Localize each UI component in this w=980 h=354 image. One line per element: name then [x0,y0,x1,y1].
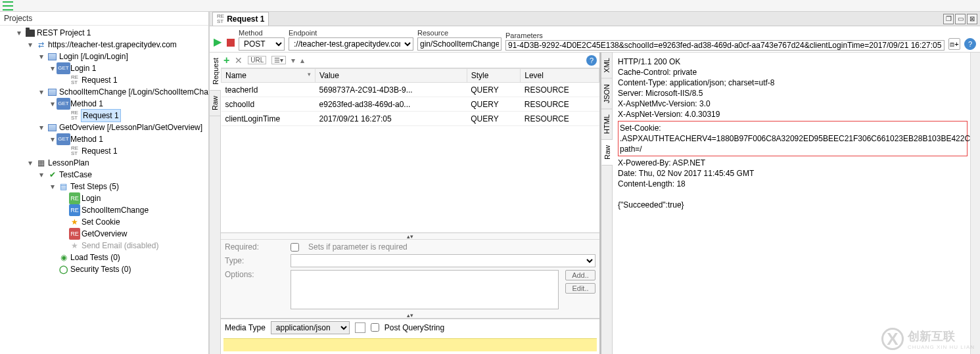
close-button[interactable]: ⊠ [967,14,977,24]
set-cookie-header: Set-Cookie: .ASPXAUTHTEACHERV4=1880B97F0… [618,121,968,156]
edit-button[interactable]: Edit.. [565,283,595,294]
collapse-icon[interactable]: ▾ [37,169,45,181]
add-row-button[interactable]: + [223,55,229,66]
tree-method1[interactable]: ▾GETMethod 1 [49,98,208,110]
xml-button[interactable]: ☰▾ [271,56,286,64]
params-label: Parameters [505,32,945,39]
collapse-icon[interactable]: ▾ [26,157,34,169]
collapse-icon[interactable]: ▾ [37,51,45,62]
rest-icon: REST [70,111,80,121]
chevron-left-icon[interactable]: ▾ [291,56,295,65]
collapse-icon[interactable]: ▾ [49,62,57,74]
response-json-tab[interactable]: JSON [601,79,612,109]
stop-button[interactable] [227,39,235,47]
tree-step-email[interactable]: Send Email (disabled) [60,240,208,252]
tree-request-selected[interactable]: RESTRequest 1 [60,110,208,122]
post-qs-label: Post QueryString [385,323,444,332]
projects-header: Projects [0,12,208,26]
add-button[interactable]: Add.. [565,270,595,280]
tree-host[interactable]: ▾⇄https://teacher-test.grapecitydev.com [26,39,208,51]
help-button[interactable]: ? [586,55,597,66]
tree-school-group[interactable]: ▾SchoolItemChange [/Login/SchoolItemCha [37,86,208,98]
tree-lessonplan[interactable]: ▾LessonPlan [26,157,208,169]
url-button[interactable]: URL [248,56,266,64]
menu-icon[interactable] [3,1,13,11]
collapse-icon[interactable]: ▾ [15,27,23,39]
media-type-select[interactable]: application/json [271,321,350,334]
restore-button[interactable]: ❐ [943,14,954,24]
editor-tab[interactable]: REST Request 1 [212,12,269,26]
table-row[interactable]: schoolIde9263fed-ad38-469d-a0...QUERYRES… [222,97,599,112]
scrollbar[interactable] [970,53,980,354]
tree-login-group[interactable]: ▾Login [/Login/Login] [37,51,208,62]
chevron-right-icon[interactable]: ▴ [300,56,304,65]
request-tab[interactable]: Request [210,53,221,91]
testcase-icon [47,170,57,180]
tree-overview-group[interactable]: ▾GetOverview [/LessonPlan/GetOverview] [37,122,208,133]
media-type-label: Media Type [225,323,266,332]
type-label: Type: [225,256,284,265]
params-input[interactable] [505,40,945,51]
method-select[interactable]: POST [239,37,285,51]
options-input[interactable] [291,270,559,309]
tree-step-cookie[interactable]: Set Cookie [60,216,208,228]
resource-input[interactable] [417,37,502,51]
col-name[interactable]: Name▾ [222,69,315,83]
raw-tab[interactable]: Raw [210,91,220,116]
collapse-icon[interactable]: ▾ [26,39,34,51]
collapse-icon[interactable]: ▾ [37,122,45,133]
help-button[interactable]: ? [964,38,976,50]
type-select[interactable] [291,254,595,267]
steps-icon: ▤ [58,182,68,192]
tree-label: Login [/Login/Login] [59,51,128,62]
tree-label: SchoolItemChange [82,204,149,216]
tree-sectests[interactable]: Security Tests (0) [49,263,208,275]
endpoint-select[interactable]: ://teacher-test.grapecitydev.com [289,37,413,51]
add-param-button[interactable]: ⧈+ [948,38,960,50]
media-button[interactable] [355,322,365,333]
col-value[interactable]: Value [315,69,467,83]
collapse-icon[interactable]: ▾ [37,86,45,98]
required-checkbox[interactable] [291,243,299,252]
response-xml-tab[interactable]: XML [601,53,612,79]
collapse-icon[interactable]: ▾ [49,181,57,192]
tree-step-overview[interactable]: REGetOverview [60,228,208,240]
tab-title: Request 1 [227,14,264,24]
pane-handle[interactable]: ▴▾ [221,233,599,240]
table-row[interactable]: teacherId5698737A-2C91-4D3B-9...QUERYRES… [222,83,599,97]
collapse-icon[interactable]: ▾ [49,133,57,145]
tree-steps[interactable]: ▾▤Test Steps (5) [49,181,208,192]
required-label: Required: [225,242,284,252]
pane-handle[interactable]: ▴▾ [221,312,599,319]
rest-step-icon: RE [70,229,80,239]
delete-row-button[interactable]: ✕ [235,55,243,66]
tree-root[interactable]: ▾REST Project 1 [15,27,208,39]
method-icon: GET [58,135,68,144]
col-style[interactable]: Style [467,69,521,83]
body-editor[interactable] [223,338,597,351]
col-level[interactable]: Level [521,69,599,83]
tree-loadtests[interactable]: Load Tests (0) [49,252,208,263]
tree-overview-method[interactable]: ▾GETMethod 1 [49,133,208,145]
table-row[interactable]: clientLoginTime2017/09/21 16:27:05QUERYR… [222,112,599,126]
tree-step-login[interactable]: RELogin [60,192,208,204]
tree-label: Security Tests (0) [70,263,131,275]
resource-label: Resource [417,29,502,37]
project-tree: ▾REST Project 1 ▾⇄https://teacher-test.g… [0,26,208,354]
endpoint-label: Endpoint [289,29,413,37]
response-raw-tab[interactable]: Raw [601,140,613,166]
response-html-tab[interactable]: HTML [601,109,612,140]
tree-testcase[interactable]: ▾TestCase [37,169,208,181]
maximize-button[interactable]: ▭ [955,14,966,24]
tree-label: GetOverview [/LessonPlan/GetOverview] [59,122,202,133]
tree-request[interactable]: RESTRequest 1 [60,74,208,86]
response-text[interactable]: HTTP/1.1 200 OKCache-Control: privateCon… [613,53,970,354]
tree-label: Request 1 [82,110,120,122]
post-qs-checkbox[interactable] [371,323,379,332]
tree-request[interactable]: RESTRequest 1 [60,145,208,157]
star-icon [70,217,80,227]
tree-login1[interactable]: ▾GETLogin 1 [49,62,208,74]
tree-step-school[interactable]: RESchoolItemChange [60,204,208,216]
run-button[interactable]: ▶ [211,35,223,51]
collapse-icon[interactable]: ▾ [49,98,57,110]
